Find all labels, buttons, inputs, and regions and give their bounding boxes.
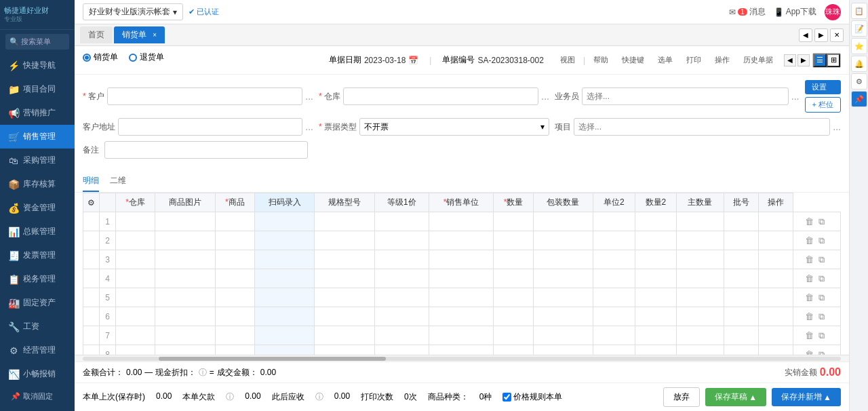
tab-close-btn[interactable]: ✕	[830, 28, 844, 42]
delete-icon[interactable]: 🗑	[805, 292, 816, 303]
project-input[interactable]	[574, 118, 830, 136]
table-cell[interactable]	[374, 326, 429, 345]
sidebar-item-project[interactable]: 📁 项目合同	[0, 77, 75, 101]
table-cell[interactable]	[155, 326, 215, 345]
table-cell[interactable]	[374, 269, 429, 288]
copy-icon[interactable]: ⧉	[818, 330, 829, 341]
delete-icon[interactable]: 🗑	[805, 330, 816, 341]
address-dots[interactable]: ...	[305, 121, 313, 132]
table-cell[interactable]	[116, 345, 155, 355]
table-cell[interactable]	[593, 212, 635, 231]
tab-next-btn[interactable]: ▶	[814, 28, 828, 42]
table-cell[interactable]	[635, 212, 677, 231]
table-cell[interactable]	[215, 269, 254, 288]
right-panel-btn-2[interactable]: 📝	[851, 20, 867, 37]
table-cell[interactable]	[494, 288, 533, 307]
sidebar-item-accounts[interactable]: 📊 总账管理	[0, 220, 75, 243]
sidebar-item-labor[interactable]: 🔧 工资	[0, 315, 75, 338]
table-cell[interactable]	[429, 345, 494, 355]
table-cell[interactable]	[116, 288, 155, 307]
table-cell[interactable]	[724, 288, 758, 307]
copy-icon[interactable]: ⧉	[818, 216, 829, 227]
table-cell[interactable]	[724, 250, 758, 269]
table-cell[interactable]	[429, 288, 494, 307]
table-cell[interactable]	[677, 307, 724, 326]
table-cell[interactable]	[116, 212, 155, 231]
table-cell[interactable]	[593, 288, 635, 307]
sidebar-item-funds[interactable]: 💰 资金管理	[0, 196, 75, 220]
table-cell[interactable]	[155, 250, 215, 269]
table-cell[interactable]	[724, 307, 758, 326]
sidebar-item-fixed-assets[interactable]: 🏭 固定资产	[0, 291, 75, 315]
table-cell[interactable]	[116, 231, 155, 250]
table-cell[interactable]	[724, 231, 758, 250]
sidebar-item-ops[interactable]: ⚙ 经营管理	[0, 338, 75, 362]
table-cell[interactable]	[215, 250, 254, 269]
table-cell[interactable]	[758, 269, 793, 288]
table-cell[interactable]	[593, 307, 635, 326]
table-cell[interactable]	[255, 269, 315, 288]
horizontal-scrollbar[interactable]	[75, 355, 849, 361]
table-cell[interactable]	[724, 345, 758, 355]
table-cell[interactable]	[758, 307, 793, 326]
table-cell[interactable]	[677, 250, 724, 269]
table-cell[interactable]	[494, 212, 533, 231]
abandon-button[interactable]: 放弃	[663, 387, 700, 407]
tab-close-icon[interactable]: ×	[153, 31, 157, 39]
save-draft-button[interactable]: 保存草稿 ▲	[705, 388, 766, 406]
delete-icon[interactable]: 🗑	[805, 349, 816, 355]
address-input[interactable]	[118, 118, 302, 136]
table-cell[interactable]	[255, 212, 315, 231]
table-cell[interactable]	[494, 307, 533, 326]
table-cell[interactable]	[155, 231, 215, 250]
col-settings[interactable]: ⚙	[83, 193, 100, 212]
table-cell[interactable]	[494, 345, 533, 355]
table-cell[interactable]	[429, 212, 494, 231]
table-cell[interactable]	[758, 250, 793, 269]
warehouse-input[interactable]: 小卖仓库	[343, 87, 538, 105]
radio-return[interactable]: 退货单	[129, 52, 164, 63]
sidebar-item-reports[interactable]: 📉 小畅报销	[0, 362, 75, 382]
col-warehouse[interactable]: *仓库	[116, 193, 155, 212]
table-cell[interactable]	[215, 212, 254, 231]
table-cell[interactable]	[429, 250, 494, 269]
info-icon[interactable]: ⓘ	[199, 367, 207, 378]
table-cell[interactable]	[315, 269, 374, 288]
shortcut-btn[interactable]: 快捷键	[616, 54, 650, 66]
col-unit[interactable]: *销售单位	[429, 193, 494, 212]
table-cell[interactable]	[429, 231, 494, 250]
sidebar-item-marketing[interactable]: 📢 营销推广	[0, 101, 75, 125]
scroll-thumb[interactable]	[159, 357, 386, 361]
table-cell[interactable]	[677, 231, 724, 250]
table-cell[interactable]	[116, 250, 155, 269]
sidebar-item-tax[interactable]: 📋 税务管理	[0, 267, 75, 291]
tab-sale-order[interactable]: 销货单 ×	[114, 26, 165, 43]
table-cell[interactable]	[494, 231, 533, 250]
right-panel-btn-4[interactable]: 🔔	[851, 56, 867, 72]
table-cell[interactable]	[724, 269, 758, 288]
customer-dots[interactable]: ...	[305, 91, 313, 102]
sidebar-item-inventory[interactable]: 📦 库存核算	[0, 172, 75, 196]
view-grid-btn[interactable]: ⊞	[827, 54, 840, 67]
user-profile[interactable]: 珠珠	[825, 4, 841, 20]
copy-icon[interactable]: ⧉	[818, 311, 829, 322]
table-cell[interactable]	[155, 288, 215, 307]
table-cell[interactable]	[533, 212, 593, 231]
sidebar-item-quick-nav[interactable]: ⚡ 快捷导航	[0, 54, 75, 77]
table-cell[interactable]	[255, 231, 315, 250]
table-cell[interactable]	[215, 345, 254, 355]
table-cell[interactable]	[758, 345, 793, 355]
table-cell[interactable]	[215, 326, 254, 345]
delete-icon[interactable]: 🗑	[805, 235, 816, 246]
right-panel-btn-5[interactable]: ⚙	[851, 73, 867, 90]
price-check-item[interactable]: 价格规则本单	[502, 391, 562, 403]
copy-icon[interactable]: ⧉	[818, 235, 829, 246]
date-value[interactable]: 2023-03-18	[364, 56, 406, 65]
customer-input[interactable]	[107, 87, 302, 105]
save-new-button[interactable]: 保存并新增 ▲	[772, 388, 841, 406]
table-cell[interactable]	[374, 345, 429, 355]
delete-icon[interactable]: 🗑	[805, 311, 816, 322]
table-cell[interactable]	[155, 269, 215, 288]
table-cell[interactable]	[635, 250, 677, 269]
table-cell[interactable]	[494, 250, 533, 269]
